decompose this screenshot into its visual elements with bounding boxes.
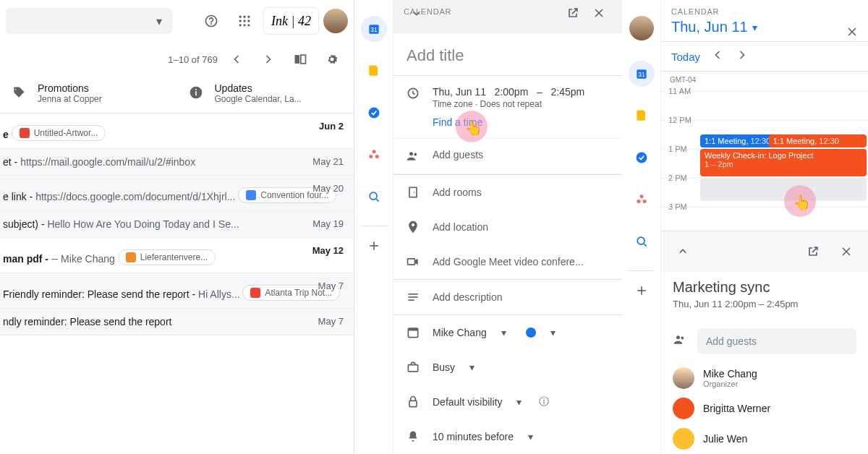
gmail-pane: ▾ Ink | 42 1–10 of 769	[0, 0, 354, 454]
rail-search-icon[interactable]	[629, 228, 655, 254]
rail-asana-icon[interactable]	[629, 187, 655, 213]
label-dropdown[interactable]: ▾	[6, 8, 172, 34]
calendar-date-title[interactable]: Thu, Jun 11	[671, 19, 748, 35]
add-meet-row[interactable]: Add Google Meet video confere...	[393, 244, 622, 279]
account-avatar-small[interactable]	[629, 16, 654, 40]
mail-row[interactable]: subject) - Hello How Are You Doing Today…	[0, 211, 354, 238]
svg-point-40	[637, 237, 644, 244]
calendar-event[interactable]: Weekly Check-in: Logo Project 1 – 2pm	[700, 149, 867, 176]
video-icon	[405, 254, 421, 269]
tab-title: Promotions	[38, 82, 102, 94]
rail-add-icon[interactable]	[361, 226, 387, 252]
rail-tasks-icon[interactable]	[361, 100, 387, 126]
calendar-color-dot[interactable]	[526, 327, 536, 338]
guest-row[interactable]: Brigitta Werner	[661, 393, 868, 424]
add-description-row[interactable]: Add description	[393, 280, 622, 314]
event-time-row[interactable]: Thu, Jun 11 2:00pm – 2:45pm Time zone · …	[393, 76, 622, 139]
visibility-row[interactable]: Default visibility ▾ ⓘ	[393, 385, 622, 419]
open-external-icon[interactable]	[800, 239, 826, 265]
people-icon	[673, 333, 687, 350]
svg-rect-26	[408, 259, 415, 265]
guest-row[interactable]: Julie Wen	[661, 424, 868, 454]
find-a-time-link[interactable]: Find a time	[433, 109, 482, 128]
today-button[interactable]: Today	[671, 51, 700, 63]
close-icon[interactable]	[586, 0, 612, 26]
prev-page-button[interactable]	[224, 46, 250, 72]
svg-point-8	[247, 24, 250, 26]
attachment-chip[interactable]: Lieferantenvere...	[118, 249, 216, 265]
mail-date: May 12	[312, 245, 344, 256]
side-rail-right: 31	[622, 0, 661, 454]
next-page-button[interactable]	[255, 46, 281, 72]
tab-subtitle: Jenna at Copper	[38, 94, 102, 104]
tab-updates[interactable]: Updates Google Calendar, La...	[177, 82, 354, 104]
avatar	[673, 428, 694, 450]
svg-rect-9	[295, 55, 300, 64]
panel-label: CALENDAR	[404, 7, 451, 16]
account-avatar[interactable]	[323, 9, 348, 33]
svg-point-4	[243, 20, 245, 22]
svg-point-5	[247, 20, 250, 22]
mail-date: May 20	[312, 183, 344, 194]
help-icon[interactable]	[197, 7, 226, 35]
svg-rect-29	[408, 299, 414, 301]
add-guests-input[interactable]: Add guests	[697, 328, 856, 354]
reminder-row[interactable]: 10 minutes before ▾	[393, 419, 622, 454]
mail-row[interactable]: e link - https://docs.google.com/documen…	[0, 176, 354, 211]
mail-row[interactable]: man pdf - -- Mike Chang May 12 Lieferant…	[0, 238, 354, 273]
attachment-chip[interactable]: Untitled-Artwor...	[12, 125, 106, 141]
notes-icon	[405, 290, 421, 304]
mail-subject: e	[3, 129, 9, 140]
svg-rect-32	[408, 365, 417, 372]
open-external-icon[interactable]	[560, 0, 586, 26]
mail-row[interactable]: ndly reminder: Please send the report Ma…	[0, 309, 354, 335]
mail-date: May 19	[312, 218, 344, 229]
calendar-owner-row[interactable]: Mike Chang ▾ ▾	[393, 315, 622, 350]
calendar-header: CALENDAR Thu, Jun 11 ▾	[661, 0, 868, 41]
bell-icon	[405, 429, 421, 444]
guest-row[interactable]: Mike ChangOrganizer	[661, 363, 868, 393]
close-icon[interactable]	[839, 19, 865, 45]
event-title-input[interactable]: Add title	[393, 33, 622, 76]
tab-promotions[interactable]: Promotions Jenna at Copper	[0, 82, 177, 104]
svg-rect-33	[409, 401, 417, 406]
busy-row[interactable]: Busy ▾	[393, 350, 622, 385]
prev-day-button[interactable]	[710, 48, 725, 65]
new-event-placeholder[interactable]	[700, 178, 867, 201]
add-rooms-row[interactable]: Add rooms	[393, 175, 622, 210]
close-icon[interactable]	[833, 239, 859, 265]
rail-calendar-icon[interactable]: 31	[361, 16, 387, 42]
rail-keep-icon[interactable]	[361, 58, 387, 84]
rail-search-icon[interactable]	[361, 184, 387, 210]
mail-subject: man pdf -	[3, 253, 51, 265]
rail-add-icon[interactable]	[629, 270, 655, 296]
svg-point-19	[375, 155, 378, 158]
mail-row[interactable]: Friendly reminder: Please send the repor…	[0, 273, 354, 309]
workspace-logo[interactable]: Ink | 42	[263, 7, 319, 35]
chevron-down-icon: ▾	[156, 14, 162, 28]
mail-row[interactable]: e Jun 2 Untitled-Artwor...	[0, 113, 354, 149]
chevron-down-icon[interactable]: ▾	[752, 22, 757, 33]
apps-icon[interactable]	[230, 7, 259, 35]
tab-subtitle: Google Calendar, La...	[215, 94, 302, 104]
svg-point-17	[372, 150, 375, 153]
rail-tasks-icon[interactable]	[629, 145, 655, 171]
rail-asana-icon[interactable]	[361, 142, 387, 168]
calendar-event[interactable]: 1:1 Meeting, 12:30	[769, 134, 867, 147]
gmail-header: ▾ Ink | 42	[0, 0, 354, 42]
mail-row[interactable]: et - https://mail.google.com/mail/u/2/#i…	[0, 149, 354, 176]
rail-keep-icon[interactable]	[629, 103, 655, 129]
collapse-detail-button[interactable]	[670, 239, 696, 265]
mail-date: May 21	[312, 156, 344, 167]
day-grid[interactable]: 11 AM 12 PM 1 PM 2 PM 3 PM 1:1 Meeting, …	[661, 84, 868, 231]
rail-calendar-icon[interactable]: 31	[629, 61, 655, 87]
add-location-row[interactable]: Add location	[393, 210, 622, 244]
settings-icon[interactable]	[319, 46, 345, 72]
split-pane-button[interactable]	[287, 46, 313, 72]
mail-subject: subject) -	[3, 218, 47, 230]
add-guests-row[interactable]: Add guests	[393, 139, 622, 174]
mail-date: Jun 2	[319, 121, 344, 132]
create-event-pane: 31 CALENDAR Add title Thu, Jun 11	[354, 0, 622, 454]
next-day-button[interactable]	[735, 48, 749, 65]
help-small-icon[interactable]: ⓘ	[539, 395, 549, 408]
